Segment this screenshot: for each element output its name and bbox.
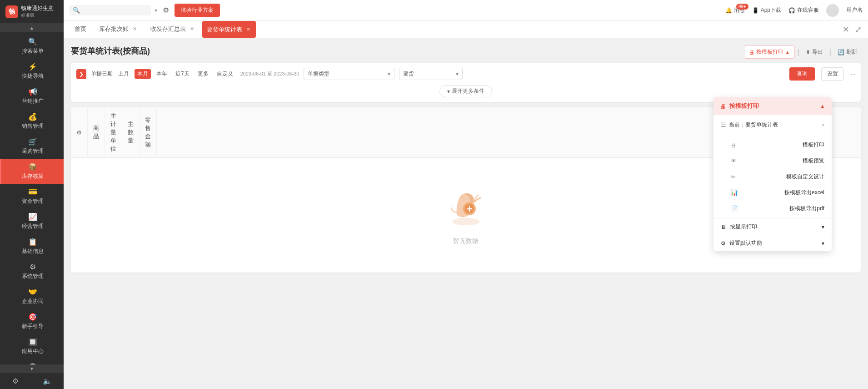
type-label: 单据类型 — [308, 70, 329, 78]
sidebar-item-inventory[interactable]: 📦 库存核算 — [0, 159, 64, 184]
date-range-text: 2023-06-01 至 2023-06-30 — [240, 71, 299, 77]
settings-bottom-icon[interactable]: ⚙ — [12, 377, 19, 385]
tab-requisition-stats[interactable]: 要货单统计表 ✕ — [202, 21, 256, 38]
export-btn[interactable]: ⬆ 导出 — [802, 46, 827, 58]
print-chevron-up-icon: ▲ — [785, 50, 790, 55]
notification-badge: 99+ — [736, 4, 748, 10]
search-input[interactable] — [82, 7, 145, 14]
search-icon: 🔍 — [73, 7, 80, 14]
tab-home[interactable]: 首页 — [69, 21, 92, 38]
main-content: 🔍 ▾ ⚙ 体验行业方案 🔔 消息 99+ 📱 App下载 🎧 在线客服 用户名 — [64, 0, 868, 389]
sidebar-item-finance[interactable]: 💳 资金管理 — [0, 184, 64, 209]
tab-close-collection-summary[interactable]: ✕ — [189, 26, 195, 32]
col-unit: 主计量单位 — [105, 107, 122, 158]
dropdown-default-settings-group[interactable]: ⚙ 设置默认功能 ▾ — [713, 235, 832, 251]
empty-text: 暂无数据 — [453, 237, 479, 245]
shortcuts-icon: ⚡ — [28, 62, 37, 71]
refresh-btn[interactable]: 🔄 刷新 — [834, 46, 861, 58]
topbar-chevron-icon[interactable]: ▾ — [155, 7, 157, 14]
dropdown-export-pdf[interactable]: 📄 按模板导出pdf — [713, 201, 832, 217]
user-avatar[interactable] — [826, 4, 839, 17]
query-button[interactable]: 查询 — [789, 67, 815, 81]
printer-icon: 🖨 — [749, 49, 754, 56]
tab-close-requisition-stats[interactable]: ✕ — [245, 26, 251, 33]
expand-more-btn[interactable]: ▾ 展开更多条件 — [439, 85, 492, 97]
sidebar-item-newbie[interactable]: 🎯 新手引导 — [0, 309, 64, 334]
search-nav-icon: 🔍 — [28, 37, 37, 46]
dropdown-export-excel[interactable]: 📊 按模板导出excel — [713, 185, 832, 201]
trial-button[interactable]: 体验行业方案 — [175, 4, 220, 17]
dropdown-template-custom[interactable]: ✏ 模板自定义设计 — [713, 169, 832, 185]
tab-inventory-batch[interactable]: 库存批次账 ✕ — [94, 21, 143, 38]
sidebar: 畅 畅康通好生意 标准版 ▲ 🔍 搜索菜单 ⚡ 快捷导航 📢 营销推广 💰 销售… — [0, 0, 64, 389]
type-filter-dropdown[interactable]: 单据类型 ▾ — [304, 68, 394, 80]
online-service-btn[interactable]: 🎧 在线客服 — [788, 6, 819, 14]
user-name[interactable]: 用户名 — [846, 6, 863, 14]
sidebar-item-sales[interactable]: 💰 销售管理 — [0, 109, 64, 134]
export-icon: ⬆ — [806, 49, 810, 56]
filter-expand-icon[interactable]: ❯ — [76, 69, 86, 79]
date-filter: 单据日期 上月 本月 本年 近7天 更多 自定义 2023-06-01 至 20… — [91, 69, 299, 79]
sidebar-nav: 🔍 搜索菜单 ⚡ 快捷导航 📢 营销推广 💰 销售管理 🛒 采购管理 📦 库存核… — [0, 32, 64, 364]
date-custom-btn[interactable]: 自定义 — [214, 69, 236, 79]
topbar-right: 🔔 消息 99+ 📱 App下载 🎧 在线客服 用户名 — [725, 4, 863, 17]
col-product: 商品 — [88, 107, 105, 158]
export-excel-icon: 📊 — [731, 189, 738, 196]
print-template-btn[interactable]: 🖨 按模板打印 ▲ — [744, 45, 795, 59]
sales-icon: 💰 — [28, 112, 37, 121]
dropdown-display-print-group[interactable]: 🖥 按显示打印 ▾ — [713, 218, 832, 235]
display-print-icon: 🖥 — [721, 224, 726, 230]
sidebar-item-search[interactable]: 🔍 搜索菜单 — [0, 34, 64, 59]
search-box[interactable]: 🔍 — [69, 5, 151, 15]
phone-icon: 📱 — [752, 7, 759, 14]
dropdown-template-preview[interactable]: 👁 模板预览 — [713, 153, 832, 169]
enterprise-icon: 🤝 — [28, 288, 37, 296]
date-more-btn[interactable]: 更多 — [195, 69, 211, 79]
more-options-icon[interactable]: ··· — [850, 71, 855, 77]
sidebar-item-enterprise-wechat[interactable]: 💬 企业微信 — [0, 359, 64, 364]
requisition-label: 要货 — [403, 70, 414, 78]
sidebar-item-system[interactable]: ⚙ 系统管理 — [0, 259, 64, 284]
requisition-dropdown-arrow-icon: ▾ — [456, 71, 459, 77]
list-icon: ☰ — [721, 121, 726, 128]
settings-button[interactable]: 设置 — [821, 67, 844, 81]
template-custom-icon: ✏ — [731, 173, 736, 180]
logo-text: 畅康通好生意 标准版 — [21, 5, 54, 18]
operations-icon: 📈 — [28, 212, 37, 221]
sidebar-scroll-down[interactable]: ▼ — [0, 364, 64, 373]
col-settings[interactable]: ⚙ — [71, 107, 88, 158]
logo-icon: 畅 — [5, 5, 18, 18]
template-print-icon: 🖨 — [731, 141, 737, 148]
inventory-icon: 📦 — [28, 162, 37, 171]
sidebar-item-basic[interactable]: 📋 基础信息 — [0, 234, 64, 259]
marketing-icon: 📢 — [28, 87, 37, 96]
finance-icon: 💳 — [28, 187, 37, 196]
date-7days-btn[interactable]: 近7天 — [173, 69, 192, 79]
tab-collection-summary[interactable]: 收发存汇总表 ✕ — [145, 21, 200, 38]
dropdown-collapse-icon[interactable]: ▲ — [819, 103, 825, 110]
default-settings-icon: ⚙ — [721, 240, 726, 247]
dropdown-header[interactable]: 🖨 按模板打印 ▲ — [713, 97, 832, 115]
topbar-settings-icon[interactable]: ⚙ — [163, 6, 169, 15]
date-this-year-btn[interactable]: 本年 — [154, 69, 170, 79]
dropdown-printer-icon: 🖨 — [720, 103, 726, 110]
expand-down-icon: ▾ — [447, 88, 450, 95]
sidebar-item-shortcuts[interactable]: ⚡ 快捷导航 — [0, 59, 64, 84]
dropdown-current-item[interactable]: ☰ 当前：要货单统计表 ▾ — [713, 117, 832, 133]
sidebar-scroll-up[interactable]: ▲ — [0, 24, 64, 32]
expand-tabs-btn[interactable]: ⤢ — [854, 24, 863, 35]
sidebar-item-operations[interactable]: 📈 经营管理 — [0, 209, 64, 234]
sidebar-item-purchase[interactable]: 🛒 采购管理 — [0, 134, 64, 159]
sidebar-item-marketing[interactable]: 📢 营销推广 — [0, 84, 64, 109]
app-download-btn[interactable]: 📱 App下载 — [752, 6, 781, 14]
sidebar-item-appstore[interactable]: 🔲 应用中心 — [0, 334, 64, 359]
date-prev-month-btn[interactable]: 上月 — [115, 69, 132, 79]
notification-btn[interactable]: 🔔 消息 99+ — [725, 6, 745, 14]
sidebar-item-enterprise[interactable]: 🤝 企业协同 — [0, 284, 64, 309]
tab-close-inventory-batch[interactable]: ✕ — [131, 26, 138, 32]
date-this-month-btn[interactable]: 本月 — [135, 69, 151, 79]
requisition-filter-dropdown[interactable]: 要货 ▾ — [399, 68, 463, 80]
dropdown-template-print[interactable]: 🖨 模板打印 — [713, 137, 832, 153]
sound-icon[interactable]: 🔈 — [43, 377, 52, 385]
close-all-tabs-btn[interactable]: ✕ — [842, 24, 850, 35]
